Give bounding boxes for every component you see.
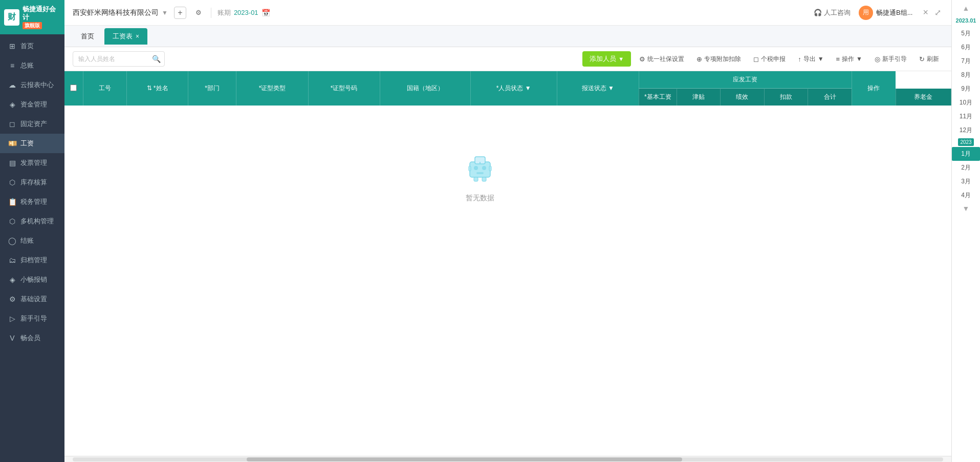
- th-name[interactable]: ⇅ *姓名: [127, 71, 188, 106]
- sidebar-label-guide: 新手引导: [20, 314, 47, 323]
- sidebar-item-expense[interactable]: ◈ 小畅报销: [0, 270, 64, 289]
- month-4[interactable]: 4月: [952, 188, 980, 202]
- year-badge: 2023: [958, 138, 973, 146]
- tab-home-label: 首页: [81, 32, 94, 41]
- deduction-button[interactable]: ⊕ 专项附加扣除: [692, 53, 745, 66]
- sidebar-item-cloud-report[interactable]: ☁ 云报表中心: [0, 75, 64, 95]
- sidebar-label-close: 结账: [20, 236, 34, 245]
- filter-icon-2: ▼: [608, 85, 614, 92]
- toolbar: 🔍 添加人员 ▼ ⚙ 统一社保设置 ⊕ 专项附加扣除 ◻ 个税申报 ↑ 导出 ▼…: [64, 47, 951, 71]
- th-action: 操作: [852, 71, 896, 106]
- sidebar-item-asset[interactable]: ◻ 固定资产: [0, 114, 64, 134]
- social-settings-button[interactable]: ⚙ 统一社保设置: [635, 53, 688, 66]
- th-allowance: 津贴: [677, 89, 721, 106]
- scrollbar-track: [73, 457, 943, 461]
- export-button[interactable]: ↑ 导出 ▼: [794, 53, 827, 66]
- company-selector[interactable]: 西安虾米网络科技有限公司 ▼: [73, 8, 168, 17]
- tax-report-button[interactable]: ◻ 个税申报: [749, 53, 790, 66]
- sidebar-item-fund[interactable]: ◈ 资金管理: [0, 95, 64, 114]
- logo-icon: 财: [4, 9, 19, 26]
- month-6[interactable]: 6月: [952, 40, 980, 54]
- sidebar-item-tax[interactable]: 📋 税务管理: [0, 192, 64, 212]
- th-submit-status[interactable]: 报送状态 ▼: [557, 71, 639, 106]
- payroll-icon: 💴: [8, 139, 16, 148]
- operation-button[interactable]: ≡ 操作 ▼: [832, 53, 866, 66]
- th-person-status[interactable]: *人员状态 ▼: [470, 71, 557, 106]
- sidebar-item-home[interactable]: ⊞ 首页: [0, 36, 64, 56]
- service-button[interactable]: 🎧 人工咨询: [814, 8, 851, 17]
- sidebar-item-archive[interactable]: 🗂 归档管理: [0, 250, 64, 270]
- empty-icon: [460, 146, 500, 187]
- sidebar-label-multi-org: 多机构管理: [20, 217, 54, 226]
- sidebar-item-settings[interactable]: ⚙ 基础设置: [0, 289, 64, 309]
- sidebar-nav: ⊞ 首页 ≡ 总账 ☁ 云报表中心 ◈ 资金管理 ◻ 固定资产 💴 工资 ▤ 发…: [0, 34, 64, 462]
- svg-rect-9: [482, 177, 486, 181]
- sidebar-item-invoice[interactable]: ▤ 发票管理: [0, 153, 64, 173]
- window-controls: × ⤢: [921, 5, 943, 20]
- scrollbar-thumb[interactable]: [247, 457, 682, 461]
- window-expand-button[interactable]: ⤢: [932, 6, 943, 19]
- month-11[interactable]: 11月: [952, 110, 980, 123]
- sidebar-label-member: 畅会员: [20, 333, 40, 343]
- deduction-icon: ⊕: [696, 55, 702, 63]
- search-icon: 🔍: [152, 55, 161, 63]
- month-8[interactable]: 8月: [952, 68, 980, 82]
- month-10[interactable]: 10月: [952, 96, 980, 110]
- calendar-icon[interactable]: 📅: [262, 9, 270, 17]
- operation-icon: ≡: [836, 55, 840, 63]
- select-all-header[interactable]: [64, 71, 83, 106]
- sidebar-label-archive: 归档管理: [20, 256, 47, 265]
- month-3[interactable]: 3月: [952, 175, 980, 188]
- panel-scroll-down-button[interactable]: ▼: [961, 202, 972, 215]
- topbar-divider: [211, 8, 211, 18]
- month-2[interactable]: 2月: [952, 161, 980, 175]
- sidebar-item-multi-org[interactable]: ⬡ 多机构管理: [0, 212, 64, 231]
- scrollbar-area[interactable]: [64, 456, 951, 462]
- month-1[interactable]: 1月: [952, 147, 980, 161]
- tax-icon: ◻: [753, 55, 759, 63]
- table-header-row1: 工号 ⇅ *姓名 *部门 *证型类型 *证型号码 国籍（地区） *人员状态 ▼ …: [64, 71, 951, 89]
- month-9[interactable]: 9月: [952, 82, 980, 96]
- sidebar-item-member[interactable]: V 畅会员: [0, 328, 64, 348]
- search-input[interactable]: [73, 51, 165, 67]
- service-label: 人工咨询: [824, 8, 851, 17]
- sidebar-item-inventory[interactable]: ⬡ 库存核算: [0, 173, 64, 192]
- guide-icon: ◎: [875, 55, 880, 63]
- add-person-chevron-icon: ▼: [618, 56, 624, 62]
- tab-payroll-table[interactable]: 工资表 ×: [104, 28, 147, 45]
- sidebar-item-close-account[interactable]: ◯ 结账: [0, 231, 64, 250]
- app-logo: 财 畅捷通好会计 旗舰版: [0, 0, 64, 34]
- topbar-right: 🎧 人工咨询 用 畅捷通B组... × ⤢: [814, 5, 943, 20]
- sidebar-item-guide[interactable]: ▷ 新手引导: [0, 309, 64, 328]
- th-base-salary: *基本工资: [639, 89, 677, 106]
- window-close-button[interactable]: ×: [921, 5, 930, 20]
- inventory-icon: ⬡: [8, 178, 16, 186]
- username: 畅捷通B组...: [876, 8, 913, 17]
- th-nationality: 国籍（地区）: [380, 71, 470, 106]
- add-person-button[interactable]: 添加人员 ▼: [582, 51, 631, 67]
- month-7[interactable]: 7月: [952, 54, 980, 68]
- sidebar-item-payroll[interactable]: 💴 工资: [0, 134, 64, 153]
- add-company-button[interactable]: +: [174, 7, 186, 19]
- sidebar-label-home: 首页: [20, 41, 34, 51]
- settings-button[interactable]: ⚙: [192, 7, 205, 19]
- sidebar-item-ledger[interactable]: ≡ 总账: [0, 56, 64, 75]
- social-icon: ⚙: [639, 55, 645, 63]
- refresh-button[interactable]: ↻ 刷新: [915, 53, 943, 66]
- tab-home[interactable]: 首页: [73, 28, 102, 45]
- period-header: 2023.01: [954, 14, 978, 27]
- month-5[interactable]: 5月: [952, 27, 980, 40]
- th-yingfa-group: 应发工资: [639, 71, 852, 89]
- user-menu[interactable]: 用 畅捷通B组...: [859, 6, 913, 20]
- guide-button[interactable]: ◎ 新手引导: [870, 53, 911, 66]
- tab-close-button[interactable]: ×: [136, 33, 139, 40]
- panel-scroll-up-button[interactable]: ▲: [961, 2, 972, 14]
- svg-point-4: [482, 166, 486, 170]
- sidebar-label-ledger: 总账: [20, 61, 34, 70]
- right-panel: ▲ 2023.01 5月 6月 7月 8月 9月 10月 11月 12月 202…: [951, 0, 980, 462]
- month-12[interactable]: 12月: [952, 123, 980, 137]
- select-all-checkbox[interactable]: [70, 85, 77, 91]
- multi-org-icon: ⬡: [8, 217, 16, 225]
- ledger-icon: ≡: [8, 61, 16, 70]
- sidebar-label-expense: 小畅报销: [20, 275, 47, 284]
